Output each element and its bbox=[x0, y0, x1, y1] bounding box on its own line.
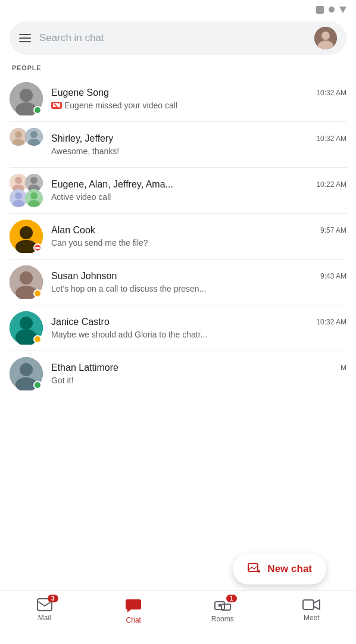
chat-item[interactable]: Ethan Lattimore M Got it! bbox=[0, 351, 356, 396]
chat-item[interactable]: Alan Cook 9:57 AM Can you send me the fi… bbox=[0, 214, 356, 259]
chat-content: Eugene Song 10:32 AM Eugene missed your … bbox=[51, 87, 346, 110]
chat-preview: Can you send me the file? bbox=[51, 238, 346, 248]
online-status-dot bbox=[33, 381, 42, 389]
svg-point-4 bbox=[20, 89, 33, 102]
chat-list: Eugene Song 10:32 AM Eugene missed your … bbox=[0, 76, 356, 396]
svg-rect-47 bbox=[303, 600, 314, 609]
svg-point-10 bbox=[15, 131, 22, 138]
chat-name: Ethan Lattimore bbox=[51, 362, 118, 373]
svg-point-35 bbox=[20, 317, 33, 330]
chat-item[interactable]: Eugene, Alan, Jeffrey, Ama... 10:22 AM A… bbox=[0, 168, 356, 213]
svg-point-22 bbox=[15, 192, 22, 199]
chat-name: Susan Johnson bbox=[51, 271, 117, 282]
chat-preview: Maybe we should add Gloria to the chatr.… bbox=[51, 330, 346, 339]
mail-label: Mail bbox=[38, 614, 51, 622]
chat-item[interactable]: Susan Johnson 9:43 AM Let's hop on a cal… bbox=[0, 260, 356, 305]
rooms-badge: 1 bbox=[226, 595, 237, 602]
rooms-icon-wrap: 1 bbox=[214, 598, 231, 612]
svg-point-19 bbox=[30, 177, 38, 184]
avatar bbox=[10, 128, 43, 161]
chat-content: Eugene, Alan, Jeffrey, Ama... 10:22 AM A… bbox=[51, 179, 346, 202]
chat-time: M bbox=[341, 364, 346, 372]
meet-icon bbox=[302, 598, 320, 611]
meet-icon-wrap bbox=[302, 598, 320, 611]
online-status-dot bbox=[33, 106, 42, 114]
wifi-icon bbox=[339, 7, 346, 13]
chat-name: Janice Castro bbox=[51, 317, 110, 327]
user-avatar[interactable] bbox=[314, 27, 337, 49]
new-chat-fab[interactable]: New chat bbox=[233, 554, 326, 584]
away-status-dot bbox=[33, 289, 42, 298]
avatar bbox=[10, 311, 43, 345]
chat-name: Eugene Song bbox=[51, 87, 109, 98]
chat-item[interactable]: Shirley, Jeffery 10:32 AM Awesome, thank… bbox=[0, 122, 356, 167]
avatar bbox=[10, 220, 43, 253]
avatar bbox=[10, 357, 43, 390]
chat-time: 9:57 AM bbox=[320, 226, 346, 235]
chat-icon-active bbox=[125, 598, 142, 614]
chat-preview: Got it! bbox=[51, 376, 346, 385]
meet-label: Meet bbox=[304, 614, 320, 622]
new-chat-icon bbox=[247, 562, 261, 576]
new-chat-label: New chat bbox=[267, 563, 312, 575]
search-placeholder: Search in chat bbox=[39, 32, 306, 44]
chat-preview: Let's hop on a call to discuss the prese… bbox=[51, 284, 346, 293]
nav-item-chat[interactable]: Chat bbox=[89, 596, 179, 624]
nav-item-rooms[interactable]: 1 Rooms bbox=[178, 596, 267, 623]
svg-point-13 bbox=[30, 131, 38, 138]
chat-name: Alan Cook bbox=[51, 225, 95, 236]
avatar bbox=[10, 82, 43, 115]
svg-rect-30 bbox=[35, 247, 40, 249]
nav-item-mail[interactable]: 3 Mail bbox=[0, 596, 89, 622]
nav-item-meet[interactable]: Meet bbox=[267, 596, 357, 622]
chat-preview: Active video call bbox=[51, 192, 346, 202]
svg-point-16 bbox=[15, 177, 22, 184]
chat-icon-wrap bbox=[125, 598, 142, 614]
chat-time: 9:43 AM bbox=[320, 272, 346, 280]
chat-time: 10:22 AM bbox=[316, 180, 346, 189]
chat-content: Susan Johnson 9:43 AM Let's hop on a cal… bbox=[51, 271, 346, 293]
rooms-label: Rooms bbox=[211, 615, 234, 623]
chat-content: Janice Castro 10:32 AM Maybe we should a… bbox=[51, 317, 346, 339]
chat-time: 10:32 AM bbox=[316, 135, 346, 143]
chat-preview: Awesome, thanks! bbox=[51, 146, 346, 156]
chat-item[interactable]: Eugene Song 10:32 AM Eugene missed your … bbox=[0, 76, 356, 121]
mail-icon-wrap: 3 bbox=[37, 598, 52, 611]
chat-item[interactable]: Janice Castro 10:32 AM Maybe we should a… bbox=[0, 305, 356, 351]
chat-content: Shirley, Jeffery 10:32 AM Awesome, thank… bbox=[51, 133, 346, 156]
avatar bbox=[10, 174, 43, 207]
chat-label: Chat bbox=[126, 616, 141, 624]
svg-point-1 bbox=[321, 32, 330, 40]
svg-point-28 bbox=[20, 226, 33, 239]
bottom-nav: 3 Mail Chat 1 Rooms bbox=[0, 590, 356, 644]
missed-call-icon bbox=[51, 102, 62, 109]
svg-marker-7 bbox=[58, 102, 60, 108]
svg-rect-40 bbox=[248, 564, 258, 571]
signal-icon bbox=[329, 7, 335, 12]
people-section-header: PEOPLE bbox=[0, 62, 356, 76]
busy-status-dot bbox=[33, 243, 42, 252]
svg-point-46 bbox=[218, 604, 221, 607]
chat-content: Alan Cook 9:57 AM Can you send me the fi… bbox=[51, 225, 346, 248]
chat-name: Shirley, Jeffery bbox=[51, 133, 113, 144]
menu-icon[interactable] bbox=[19, 34, 31, 42]
mail-badge: 3 bbox=[48, 595, 58, 602]
status-bar bbox=[0, 0, 356, 19]
search-bar[interactable]: Search in chat bbox=[10, 21, 346, 55]
avatar bbox=[10, 265, 43, 299]
svg-point-38 bbox=[20, 363, 33, 376]
svg-point-32 bbox=[20, 271, 33, 285]
chat-time: 10:32 AM bbox=[316, 318, 346, 326]
svg-point-25 bbox=[30, 192, 38, 199]
chat-time: 10:32 AM bbox=[316, 89, 346, 97]
chat-preview: Eugene missed your video call bbox=[51, 101, 346, 110]
battery-icon bbox=[316, 6, 324, 14]
chat-content: Ethan Lattimore M Got it! bbox=[51, 362, 346, 385]
away-status-dot bbox=[33, 335, 42, 343]
chat-name: Eugene, Alan, Jeffrey, Ama... bbox=[51, 179, 173, 190]
